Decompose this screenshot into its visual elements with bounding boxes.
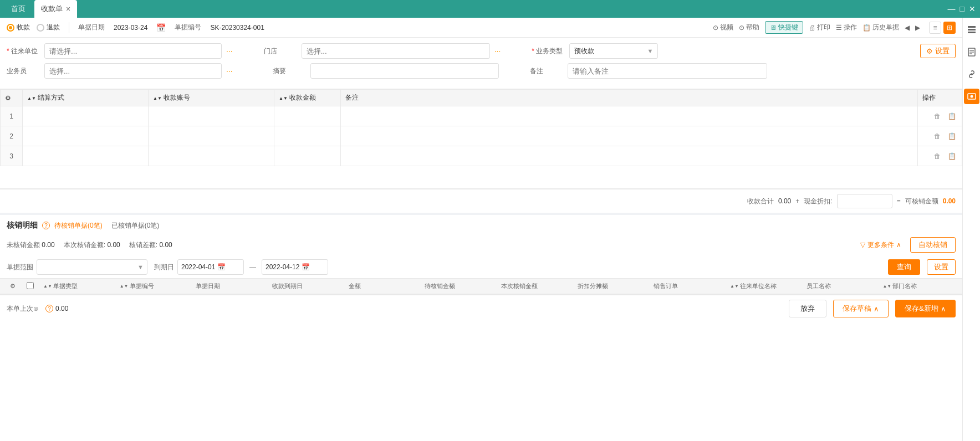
unchecked-label: 未核销金额 0.00 (7, 240, 55, 250)
detail-col-type[interactable]: ▲▼ 单据类型 (40, 282, 116, 290)
amount-1[interactable] (274, 106, 341, 126)
operate-btn[interactable]: ☰ 操作 (836, 23, 857, 32)
calendar-icon[interactable]: 📅 (156, 23, 166, 32)
done-tab[interactable]: 已核销单据(0笔) (111, 221, 160, 230)
range-select[interactable]: ▼ (37, 259, 147, 275)
tab-active[interactable]: 收款单 × (34, 0, 77, 18)
discount-input[interactable] (837, 194, 892, 208)
query-button[interactable]: 查询 (888, 259, 920, 275)
tab-close-icon[interactable]: × (66, 4, 70, 13)
account-1[interactable] (149, 106, 274, 126)
available-value: 0.00 (943, 197, 956, 205)
prev-icon[interactable]: ◀ (905, 24, 910, 32)
print-btn[interactable]: 🖨 打印 (809, 23, 830, 32)
info-icon[interactable]: ? (42, 222, 50, 229)
history-btn[interactable]: 📋 历史单据 (862, 23, 899, 32)
close-btn[interactable]: ✕ (969, 4, 976, 13)
total-label: 收款合计 (747, 197, 774, 206)
action-2: 🗑 📋 (918, 126, 962, 146)
col-gear[interactable]: ⚙ (1, 90, 23, 106)
date-to-input[interactable]: 2022-04-12 📅 (262, 259, 328, 275)
detail-col-date[interactable]: 单据日期 (192, 282, 269, 290)
help-btn[interactable]: ⊙ 帮助 (739, 23, 759, 32)
save-draft-button[interactable]: 保存草稿 ∧ (833, 300, 889, 317)
select-all-checkbox[interactable] (27, 282, 34, 289)
toolbar-row: 收款 退款 单据日期 2023-03-24 📅 单据编号 SK-20230324… (0, 18, 962, 38)
next-icon[interactable]: ▶ (915, 24, 920, 32)
info-icon[interactable]: ? (45, 305, 53, 312)
panel-icon-table[interactable] (964, 22, 979, 38)
writeoff-section-header: 核销明细 ? 待核销单据(0笔) 已核销单据(0笔) (0, 213, 962, 234)
col-note: 备注 (341, 90, 918, 106)
col-account: ▲▼ 收款账号 (149, 90, 274, 106)
auto-clear-btn[interactable]: 自动核销 (910, 237, 956, 253)
amount-2[interactable] (274, 126, 341, 146)
num-label: 单据编号 (175, 23, 201, 32)
layout-list-btn[interactable]: ≡ (929, 22, 941, 34)
panel-icon-screenshot[interactable] (964, 89, 979, 104)
business-type-select[interactable]: 预收款 ▼ (569, 43, 658, 59)
gear-icon: ⚙ (5, 94, 11, 102)
radio-refund-label: 退款 (47, 23, 60, 32)
abandon-button[interactable]: 放弃 (789, 300, 826, 317)
copy-icon[interactable]: 📋 (946, 111, 957, 122)
tab-home[interactable]: 首页 (4, 0, 32, 18)
current-label: 本次核销金额: 0.00 (64, 240, 120, 250)
note-3[interactable] (341, 146, 918, 166)
account-3[interactable] (149, 146, 274, 166)
table-row: 1 🗑 📋 (1, 106, 962, 126)
counterparty-more-icon[interactable]: ··· (226, 47, 233, 55)
staff-more-icon[interactable]: ··· (226, 66, 233, 75)
settings-button[interactable]: ⚙ 设置 (920, 44, 956, 58)
date-from-input[interactable]: 2022-04-01 📅 (177, 259, 244, 275)
radio-refund[interactable]: 退款 (37, 23, 60, 32)
detail-col-dept[interactable]: ▲▼ 部门名称 (879, 282, 956, 290)
store-more-icon[interactable]: ··· (494, 47, 501, 55)
note-2[interactable] (341, 126, 918, 146)
summary-input[interactable] (310, 63, 499, 79)
pending-tab[interactable]: 待核销单据(0笔) (54, 221, 103, 230)
counterparty-input[interactable] (44, 43, 222, 59)
svg-rect-0 (968, 26, 976, 28)
detail-col-partner[interactable]: ▲▼ 往来单位名称 (727, 282, 803, 290)
panel-icon-doc[interactable] (964, 44, 979, 60)
detail-col-number[interactable]: ▲▼ 单据编号 (116, 282, 193, 290)
detail-col-gear[interactable]: ⚙ (7, 283, 23, 290)
store-input[interactable] (302, 43, 490, 59)
layout-grid-btn[interactable]: ⊞ (943, 22, 956, 34)
note-input[interactable] (568, 63, 767, 79)
radio-group: 收款 退款 (7, 23, 60, 32)
minimize-btn[interactable]: — (948, 4, 956, 13)
settlement-2[interactable] (23, 126, 149, 146)
detail-settings-button[interactable]: 设置 (927, 259, 956, 275)
amount-3[interactable] (274, 146, 341, 166)
shortcut-btn[interactable]: 🖥 快捷键 (765, 21, 803, 34)
diff-value: 0.00 (159, 241, 172, 249)
detail-col-checkbox[interactable] (23, 282, 40, 290)
num-value: SK-20230324-001 (210, 24, 264, 32)
radio-receive[interactable]: 收款 (7, 23, 30, 32)
copy-icon[interactable]: 📋 (946, 131, 957, 142)
copy-icon[interactable]: 📋 (946, 151, 957, 162)
settlement-3[interactable] (23, 146, 149, 166)
settlement-1[interactable] (23, 106, 149, 126)
chevron-up-icon: ∧ (896, 241, 901, 249)
per-page-value: ? 0.00 (45, 305, 68, 312)
more-conditions-btn[interactable]: ▽ 更多条件 ∧ (860, 240, 901, 250)
form-row-1: 往来单位 ··· 门店 ··· 业务类型 预收款 ▼ ⚙ 设置 (7, 43, 956, 59)
footer-bar: 本单上次⊙ ? 0.00 放弃 保存草稿 ∧ 保存&新增 ∧ (0, 294, 962, 322)
video-btn[interactable]: ⊙ 视频 (713, 23, 733, 32)
staff-input[interactable] (44, 63, 222, 79)
detail-col-staff: 员工名称 (803, 282, 880, 290)
maximize-btn[interactable]: □ (960, 4, 964, 13)
staff-label: 业务员 (7, 66, 40, 76)
delete-icon[interactable]: 🗑 (932, 111, 943, 122)
note-1[interactable] (341, 106, 918, 126)
window-controls: — □ ✕ (948, 4, 976, 13)
save-new-button[interactable]: 保存&新增 ∧ (895, 300, 956, 317)
panel-icon-link[interactable] (964, 66, 979, 82)
detail-col-current: 本次核销金额 (498, 282, 574, 290)
account-2[interactable] (149, 126, 274, 146)
delete-icon[interactable]: 🗑 (932, 151, 943, 162)
delete-icon[interactable]: 🗑 (932, 131, 943, 142)
